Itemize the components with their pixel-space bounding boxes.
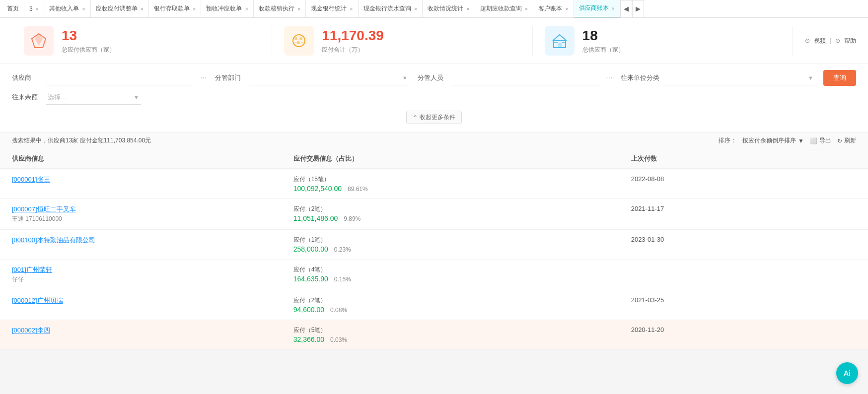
- close-tab-customer-ledger[interactable]: ×: [565, 6, 568, 12]
- trans-label-1: 应付（15笔）: [293, 175, 631, 184]
- svg-point-7: [301, 42, 303, 44]
- summary-payable-info: 11,170.39 应付合计（万）: [322, 28, 384, 54]
- export-icon: ⬜: [810, 137, 817, 144]
- person-dots[interactable]: ···: [606, 73, 612, 82]
- close-tab-other-income[interactable]: ×: [82, 6, 85, 12]
- help-link[interactable]: 帮助: [844, 37, 856, 45]
- tab-advance-recv[interactable]: 预收冲应收单 ×: [201, 0, 253, 18]
- supplier-filter: 供应商 ···: [12, 70, 207, 85]
- dept-select[interactable]: ▼: [249, 70, 410, 85]
- person-filter: 分管人员 ···: [418, 70, 613, 85]
- collapse-button[interactable]: ⌃ 收起更多条件: [406, 111, 462, 124]
- dept-chevron-down-icon: ▼: [402, 75, 408, 81]
- tab-cash-flow[interactable]: 现金银行流水查询 ×: [359, 0, 423, 18]
- supplier-sub-4: 仔仔: [12, 275, 293, 284]
- sort-area: 排序： 按应付余额倒序排序 ▼ ⬜ 导出 ↻ 刷新: [719, 136, 856, 145]
- trans-pct-3: 0.23%: [334, 246, 351, 253]
- trans-amount-1: 100,092,540.00: [293, 185, 342, 193]
- chevron-up-icon: ⌃: [413, 114, 418, 121]
- svg-point-5: [297, 41, 300, 44]
- trans-label-4: 应付（4笔）: [293, 265, 631, 274]
- refresh-icon: ↻: [837, 137, 842, 144]
- supplier-link-6[interactable]: [000002]李四: [12, 326, 293, 335]
- transaction-cell-1: 应付（15笔） 100,092,540.00 89.61%: [293, 175, 631, 193]
- sort-value-text: 按应付余额倒序排序: [742, 136, 796, 145]
- close-tab-adjustment[interactable]: ×: [141, 6, 144, 12]
- close-tab-recv-writeoff[interactable]: ×: [297, 6, 300, 12]
- nav-prev-arrow[interactable]: ◀: [620, 0, 632, 18]
- total-payable-suppliers-number: 13: [62, 28, 115, 44]
- lastpay-date-6: 2020-11-20: [631, 326, 664, 333]
- person-input[interactable]: [451, 70, 600, 85]
- trans-pct-1: 89.61%: [348, 186, 368, 193]
- tab-recv-stat[interactable]: 收款情况统计 ×: [423, 0, 475, 18]
- store-icon: [545, 26, 575, 56]
- close-tab-advance-recv[interactable]: ×: [245, 6, 248, 12]
- trans-pct-2: 9.89%: [344, 215, 361, 222]
- category-chevron-down-icon: ▼: [808, 75, 813, 81]
- summary-all-suppliers-info: 18 总供应商（家）: [582, 28, 624, 54]
- tab-customer-ledger[interactable]: 客户账本 ×: [533, 0, 574, 18]
- svg-point-2: [293, 35, 305, 47]
- summary-total-suppliers: 13 总应付供应商（家）: [12, 26, 272, 56]
- tab-bank[interactable]: 银行存取款单 ×: [149, 0, 201, 18]
- table-row: [001]广州荣轩 仔仔 应付（4笔） 164,635.90 0.15%: [0, 260, 868, 290]
- lastpay-date-3: 2023-01-30: [631, 236, 664, 243]
- supplier-link-5[interactable]: [000012]广州贝瑞: [12, 296, 293, 305]
- tab-cash-stat[interactable]: 现金银行统计 ×: [306, 0, 358, 18]
- tab-other-income[interactable]: 其他收入单 ×: [44, 0, 90, 18]
- supplier-input[interactable]: [46, 70, 194, 85]
- category-select[interactable]: ▼: [663, 70, 816, 85]
- supplier-link-1[interactable]: [000001]张三: [12, 175, 293, 184]
- filter-area: 供应商 ··· 分管部门 ▼ 分管人员 ··· 往来单位分类 ▼ 查询 往来: [0, 64, 868, 132]
- balance-select[interactable]: 选择... ▼: [46, 90, 141, 105]
- supplier-link-4[interactable]: [001]广州荣轩: [12, 265, 293, 274]
- tab-overdue-recv[interactable]: 超期应收款查询 ×: [475, 0, 533, 18]
- table-row: [000007]恒旺二手叉车 王通 17106110000 应付（2笔） 11,…: [0, 199, 868, 230]
- transaction-cell-5: 应付（2笔） 94,600.00 0.08%: [293, 296, 631, 314]
- svg-point-3: [294, 37, 297, 40]
- close-tab-overdue-recv[interactable]: ×: [525, 6, 528, 12]
- close-tab-supplier-ledger[interactable]: ×: [612, 5, 615, 11]
- lastpay-date-2: 2021-11-17: [631, 205, 664, 212]
- payable-total-number: 11,170.39: [322, 28, 384, 44]
- supplier-link-3[interactable]: [000100]本特勤油品有限公司: [12, 236, 293, 245]
- nav-next-arrow[interactable]: ▶: [632, 0, 644, 18]
- filter-row-2: 往来余额 选择... ▼: [12, 90, 856, 105]
- tab-adjustment[interactable]: 应收应付调整单 ×: [91, 0, 149, 18]
- trans-pct-6: 0.03%: [330, 336, 347, 343]
- video-link[interactable]: 视频: [814, 37, 826, 45]
- tab-supplier-ledger[interactable]: 供应商账本 ×: [574, 0, 620, 18]
- trans-amount-4: 164,635.90: [293, 275, 328, 283]
- trans-label-2: 应付（2笔）: [293, 205, 631, 213]
- lastpay-cell-6: 2020-11-20: [631, 326, 856, 333]
- transaction-cell-2: 应付（2笔） 11,051,486.00 9.89%: [293, 205, 631, 222]
- trans-label-6: 应付（5笔）: [293, 326, 631, 334]
- lastpay-cell-5: 2021-03-25: [631, 296, 856, 304]
- tab-3[interactable]: 3 ×: [24, 0, 44, 18]
- tab-recv-writeoff[interactable]: 收款核销执行 ×: [254, 0, 306, 18]
- close-tab-cash-flow[interactable]: ×: [414, 6, 417, 12]
- supplier-dots[interactable]: ···: [200, 73, 207, 82]
- svg-rect-9: [558, 43, 562, 48]
- close-tab-cash-stat[interactable]: ×: [350, 6, 353, 12]
- supplier-cell-6: [000002]李四: [12, 326, 293, 335]
- total-all-suppliers-number: 18: [582, 28, 624, 44]
- export-button[interactable]: ⬜ 导出: [810, 136, 831, 145]
- diamond-icon: [24, 26, 54, 56]
- balance-placeholder: 选择...: [48, 93, 134, 102]
- query-button[interactable]: 查询: [823, 70, 856, 86]
- top-navigation: 首页 3 × 其他收入单 × 应收应付调整单 × 银行存取款单 × 预收冲应收单…: [0, 0, 868, 18]
- supplier-link-2[interactable]: [000007]恒旺二手叉车: [12, 205, 293, 214]
- tab-home[interactable]: 首页: [2, 0, 24, 18]
- person-label: 分管人员: [418, 73, 447, 82]
- category-label: 往来单位分类: [621, 73, 659, 82]
- trans-amount-3: 258,000.00: [293, 245, 328, 253]
- refresh-button[interactable]: ↻ 刷新: [837, 136, 856, 145]
- dept-filter: 分管部门 ▼: [215, 70, 410, 85]
- supplier-cell-3: [000100]本特勤油品有限公司: [12, 236, 293, 245]
- close-tab-bank[interactable]: ×: [193, 6, 196, 12]
- close-tab-3[interactable]: ×: [36, 6, 39, 12]
- close-tab-recv-stat[interactable]: ×: [466, 6, 469, 12]
- sort-button[interactable]: 按应付余额倒序排序 ▼: [742, 136, 804, 145]
